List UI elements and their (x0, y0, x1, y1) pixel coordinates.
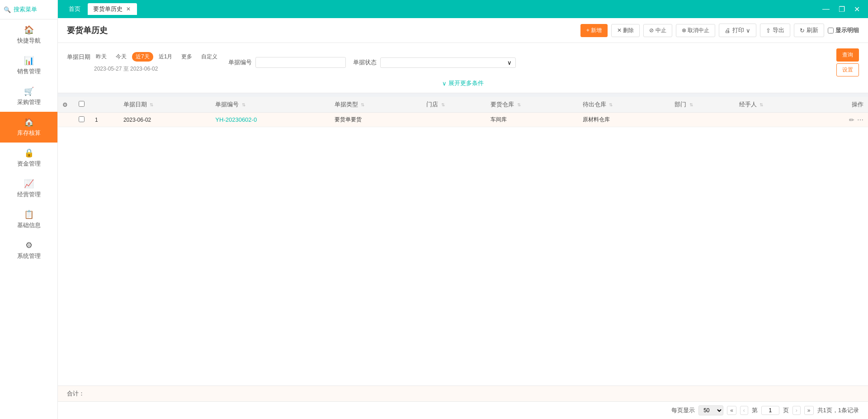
col-pending-warehouse: 待出仓库 ⇅ (578, 97, 670, 113)
last-page-button[interactable]: » (804, 406, 814, 415)
status-select[interactable]: ∨ (380, 57, 516, 68)
col-req-warehouse: 要货仓库 ⇅ (486, 97, 578, 113)
row-edit-button[interactable]: ✏ (849, 116, 854, 124)
col-action: 操作 (812, 97, 868, 113)
sidebar-item-label: 资金管理 (17, 160, 41, 168)
row-handler (735, 113, 813, 127)
sort-department-icon[interactable]: ⇅ (689, 102, 693, 107)
table-footer: 合计： (58, 386, 868, 401)
sidebar-search[interactable]: 🔍 搜索菜单 (0, 0, 57, 19)
close-tab-icon[interactable]: ✕ (125, 6, 132, 12)
export-icon: ⇧ (766, 27, 771, 34)
sidebar-item-label: 经营管理 (17, 190, 41, 199)
purchase-icon: 🛒 (24, 86, 34, 96)
print-button[interactable]: 🖨 🖨 打印 打印 ∨ (719, 24, 756, 37)
table-row: 1 2023-06-02 YH-20230602-0 要货单要货 车间库 原材料… (58, 113, 868, 127)
settings-button[interactable]: 设置 (836, 63, 859, 76)
refresh-icon: ↻ (800, 27, 805, 34)
tab-bill-history[interactable]: 要货单历史 ✕ (88, 3, 137, 15)
page-title: 要货单历史 (67, 25, 108, 36)
col-index (90, 97, 119, 113)
window-close-button[interactable]: ✕ (851, 5, 863, 14)
topbar: 首页 要货单历史 ✕ — ❐ ✕ (58, 0, 868, 18)
col-handler: 经手人 ⇅ (735, 97, 813, 113)
refresh-button[interactable]: ↻ 刷新 (794, 24, 824, 37)
expand-more-btn[interactable]: ∨ 展开更多条件 (67, 79, 859, 87)
tab-label: 要货单历史 (93, 5, 123, 13)
main-area: 首页 要货单历史 ✕ — ❐ ✕ 要货单历史 + 新增 ✕ 删除 ⊘ 中止 ⊗ … (58, 0, 868, 419)
sort-number-icon[interactable]: ⇅ (242, 102, 245, 107)
date-filter: 单据日期 昨天 今天 近7天 近1月 更多 自定义 2023-05-27 至 2… (67, 52, 221, 73)
sort-date-icon[interactable]: ⇅ (150, 102, 153, 107)
sidebar-item-operation[interactable]: 📈 经营管理 (0, 173, 57, 204)
page-label-suffix: 页 (783, 406, 789, 414)
minimize-button[interactable]: — (820, 5, 832, 13)
sidebar-item-inventory[interactable]: 🏠 库存核算 (0, 112, 57, 143)
col-department: 部门 ⇅ (670, 97, 734, 113)
date-btn-7days[interactable]: 近7天 (132, 52, 153, 62)
topbar-window-controls: — ❐ ✕ (820, 5, 863, 14)
stop-button[interactable]: ⊘ 中止 (643, 24, 672, 37)
print-dropdown-icon: ∨ (746, 27, 750, 34)
print-icon: 🖨 (725, 27, 731, 34)
date-btn-more[interactable]: 更多 (178, 52, 196, 62)
sidebar-item-purchase[interactable]: 🛒 采购管理 (0, 81, 57, 112)
query-button[interactable]: 查询 (836, 48, 859, 62)
bill-number-input[interactable] (255, 57, 346, 68)
date-btn-yesterday[interactable]: 昨天 (92, 52, 110, 62)
home-icon: 🏠 (24, 25, 34, 35)
content-area: 要货单历史 + 新增 ✕ 删除 ⊘ 中止 ⊗ 取消中止 🖨 🖨 打印 打印 ∨ … (58, 18, 868, 419)
date-btn-1month[interactable]: 近1月 (155, 52, 176, 62)
sort-handler-icon[interactable]: ⇅ (760, 102, 763, 107)
sidebar-item-sales[interactable]: 📊 销售管理 (0, 50, 57, 81)
col-type: 单据类型 ⇅ (330, 97, 422, 113)
sort-pending-warehouse-icon[interactable]: ⇅ (609, 102, 613, 107)
sidebar-item-quick-nav[interactable]: 🏠 快捷导航 (0, 19, 57, 50)
sort-store-icon[interactable]: ⇅ (441, 102, 445, 107)
row-more-button[interactable]: ⋯ (857, 116, 863, 124)
sales-icon: 📊 (24, 56, 34, 66)
restore-button[interactable]: ❐ (836, 5, 848, 14)
row-date: 2023-06-02 (119, 113, 211, 127)
sort-type-icon[interactable]: ⇅ (361, 102, 364, 107)
export-button[interactable]: ⇧ 导出 (760, 24, 790, 37)
date-btn-custom[interactable]: 自定义 (198, 52, 221, 62)
table-area: ⚙ 单据日期 ⇅ 单据编号 (58, 97, 868, 401)
finance-icon: 🔒 (24, 148, 34, 158)
row-store (422, 113, 486, 127)
sidebar: 🔍 搜索菜单 🏠 快捷导航 📊 销售管理 🛒 采购管理 🏠 库存核算 🔒 资金管… (0, 0, 58, 419)
sidebar-item-finance[interactable]: 🔒 资金管理 (0, 143, 57, 173)
sidebar-item-basic[interactable]: 📋 基础信息 (0, 204, 57, 235)
new-button[interactable]: + 新增 (580, 24, 608, 37)
page-size-select[interactable]: 10 20 50 100 (698, 405, 723, 415)
tab-home[interactable]: 首页 (63, 3, 86, 15)
sidebar-item-system[interactable]: ⚙ 系统管理 (0, 235, 57, 266)
row-department (670, 113, 734, 127)
date-btn-today[interactable]: 今天 (112, 52, 130, 62)
sort-req-warehouse-icon[interactable]: ⇅ (517, 102, 521, 107)
sidebar-item-label: 基础信息 (17, 221, 41, 229)
sidebar-item-label: 采购管理 (17, 98, 41, 106)
row-checkbox[interactable] (79, 116, 85, 122)
prev-page-button[interactable]: ‹ (740, 406, 748, 415)
basic-icon: 📋 (24, 210, 34, 219)
display-detail-input[interactable] (828, 28, 834, 33)
row-req-warehouse: 车间库 (486, 113, 578, 127)
row-number-link[interactable]: YH-20230602-0 (215, 116, 257, 123)
delete-button[interactable]: ✕ 删除 (611, 24, 640, 37)
sidebar-item-label: 销售管理 (17, 67, 41, 76)
col-settings: ⚙ (58, 97, 74, 113)
inventory-icon: 🏠 (24, 117, 34, 127)
page-number-input[interactable] (761, 406, 779, 415)
display-detail-checkbox[interactable]: 显示明细 (828, 26, 859, 34)
cancel-stop-button[interactable]: ⊗ 取消中止 (676, 24, 715, 37)
table-settings-icon[interactable]: ⚙ (62, 101, 68, 108)
search-icon: 🔍 (4, 6, 11, 13)
select-all-checkbox[interactable] (79, 101, 85, 107)
page-label-prefix: 第 (752, 406, 758, 414)
first-page-button[interactable]: « (727, 406, 736, 415)
row-pending-warehouse: 原材料仓库 (578, 113, 670, 127)
next-page-button[interactable]: › (793, 406, 801, 415)
bill-number-label: 单据编号 (228, 58, 252, 67)
date-range-text: 2023-05-27 至 2023-06-02 (94, 65, 158, 73)
